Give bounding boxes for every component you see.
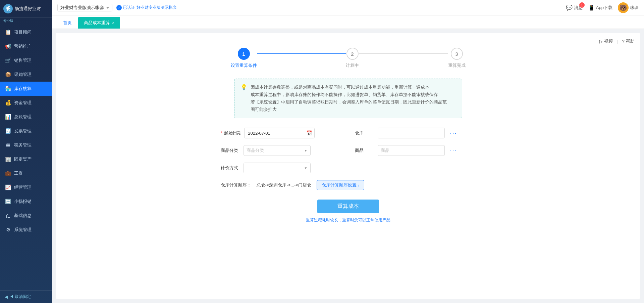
warehouse-order-row: 仓库计算顺序： 总仓->深圳仓库->...->门店仓 仓库计算顺序设置 › [221,180,476,190]
project-icon: 📋 [5,29,11,36]
user-name: 珠珠 [630,5,639,11]
step-line-1 [257,53,346,54]
sales-icon: 🛒 [5,57,11,64]
sidebar-item-system[interactable]: ⚙ 系统管理 [0,223,52,237]
sidebar-item-fixed-assets[interactable]: 🏢 固定资产 [0,152,52,166]
goods-label: 商品 [355,147,375,154]
unpin-icon: ◀ [5,295,8,299]
basic-icon: 🗂 [5,212,11,219]
step-1-number: 1 [242,51,245,57]
sidebar-item-label: 工资 [14,170,23,176]
sidebar-item-tax[interactable]: 🏛 税务管理 [0,138,52,152]
content-area: ▷ 视频 | ? 帮助 1 设置重算条件 2 计算中 [56,33,640,299]
required-star: * [221,130,222,135]
info-line-3: 若【系统设置】中启用了自动调整记账日期时，会调整入库单的整单记账日期，因此重新计… [251,98,447,106]
step-3-circle: 3 [451,48,463,60]
warehouse-select[interactable] [378,128,445,138]
goods-select[interactable]: 商品 [378,145,445,156]
info-line-2: 成本重算过程中，影响库存账的操作均不能操作，比如进货单、销货单、库存单据不能审核… [251,91,447,98]
sidebar-item-expense[interactable]: 🔄 小畅报销 [0,194,52,209]
sidebar-item-finance[interactable]: 💰 资金管理 [0,96,52,110]
step-3: 3 重算完成 [448,48,466,69]
sidebar-nav: 📋 项目顾问 📢 营销推广 🛒 销售管理 📦 采购管理 🏪 库存核算 💰 资金管… [0,25,52,290]
recalc-row: 重算成本 重算过程耗时较长，重算时您可以正常使用产品 [221,200,476,223]
content-top-actions: ▷ 视频 | ? 帮助 [599,38,635,44]
sidebar-item-label: 经营管理 [14,184,32,190]
sidebar-unpin-button[interactable]: ◀ ◀ 取消固定 [0,290,52,303]
system-icon: ⚙ [5,226,11,233]
tab-home[interactable]: 首页 [57,17,77,29]
step-1-circle: 1 [238,48,250,60]
sidebar-item-purchase[interactable]: 📦 采购管理 [0,68,52,82]
expense-icon: 🔄 [5,198,11,205]
app-edition: 专业版 [0,18,52,25]
chevron-right-icon: › [358,183,359,188]
warehouse-order-settings-button[interactable]: 仓库计算顺序设置 › [317,180,364,190]
inventory-icon: 🏪 [5,85,11,92]
info-line-1: 因成本计算参数调整，或是对商品成本有疑问时，可以通过成本重算功能，重新计算一遍成… [251,84,447,91]
sidebar-item-marketing[interactable]: 📢 营销推广 [0,39,52,53]
sidebar-item-basic[interactable]: 🗂 基础信息 [0,209,52,223]
sidebar-item-project[interactable]: 📋 项目顾问 [0,25,52,39]
step-3-number: 3 [455,51,458,57]
avatar: 🐻 [618,2,629,13]
category-arrow-icon: ▼ [304,149,308,153]
start-date-input[interactable] [244,128,315,138]
recalc-button[interactable]: 重算成本 [317,200,379,213]
steps-container: 1 设置重算条件 2 计算中 3 重算完成 [231,41,466,79]
sidebar-item-label: 基础信息 [14,213,32,219]
tab-active-label: 商品成本重算 [84,20,110,26]
video-label: 视频 [604,38,613,44]
tab-close-icon[interactable]: × [112,21,114,25]
tab-home-label: 首页 [63,20,72,26]
category-label: 商品分类 [221,147,241,154]
action-divider: | [617,39,618,44]
step-2-label: 计算中 [346,62,359,69]
video-link[interactable]: ▷ 视频 [599,38,613,44]
notification-badge: 1 [579,2,585,8]
start-date-input-wrap: 📅 [244,128,315,138]
tabs-bar: 首页 商品成本重算 × [52,15,644,29]
sidebar-item-label: 小畅报销 [14,199,32,205]
info-box: 💡 因成本计算参数调整，或是对商品成本有疑问时，可以通过成本重算功能，重新计算一… [234,79,462,118]
verified-text: 已认证 [123,5,135,10]
start-date-group: * 起始日期 📅 [221,128,341,138]
topbar: 好业财专业版演示帐套 ✓ 已认证 好业财专业版演示帐套 💬 消息 1 📱 App… [52,0,644,15]
category-placeholder: 商品分类 [247,147,304,154]
invoice-icon: 🧾 [5,128,11,134]
purchase-icon: 📦 [5,71,11,78]
warehouse-more-button[interactable]: ··· [450,130,457,137]
step-3-label: 重算完成 [448,62,466,69]
sidebar-item-accounting[interactable]: 📊 总账管理 [0,110,52,124]
account-select[interactable]: 好业财专业版演示帐套 [57,4,112,11]
sidebar-footer-label: ◀ 取消固定 [10,294,31,300]
message-button[interactable]: 💬 消息 1 [566,4,583,11]
step-2-number: 2 [351,51,354,57]
sidebar-item-ops[interactable]: 📈 经营管理 [0,180,52,194]
info-line-4: 围可能会扩大 [251,106,447,113]
help-link[interactable]: ? 帮助 [622,38,635,44]
user-profile-button[interactable]: 🐻 珠珠 [618,2,639,13]
category-group: 商品分类 商品分类 ▼ [221,145,341,156]
verified-account: 好业财专业版演示帐套 [137,5,177,10]
tab-cost-recalc[interactable]: 商品成本重算 × [78,17,120,29]
warehouse-settings-label: 仓库计算顺序设置 [322,182,357,188]
category-select[interactable]: 商品分类 ▼ [244,145,311,156]
form-row-1: * 起始日期 📅 仓库 ··· [221,128,476,138]
step-1: 1 设置重算条件 [231,48,257,69]
mobile-icon: 📱 [588,4,595,11]
pricing-select[interactable]: ▼ [244,163,311,173]
sidebar-item-label: 采购管理 [14,72,32,78]
sidebar-item-inventory[interactable]: 🏪 库存核算 [0,82,52,96]
app-download-label: App下载 [596,5,612,11]
pricing-group: 计价方式 ▼ [221,163,341,173]
goods-more-button[interactable]: ··· [450,147,457,154]
sidebar-item-salary[interactable]: 💼 工资 [0,166,52,180]
play-icon: ▷ [599,39,603,44]
calendar-icon[interactable]: 📅 [306,130,312,136]
topbar-account: 好业财专业版演示帐套 [57,4,112,11]
sidebar-item-invoice[interactable]: 🧾 发票管理 [0,124,52,138]
sidebar-item-sales[interactable]: 🛒 销售管理 [0,53,52,68]
verified-badge: ✓ [116,5,122,10]
app-download-button[interactable]: 📱 App下载 [588,4,612,11]
